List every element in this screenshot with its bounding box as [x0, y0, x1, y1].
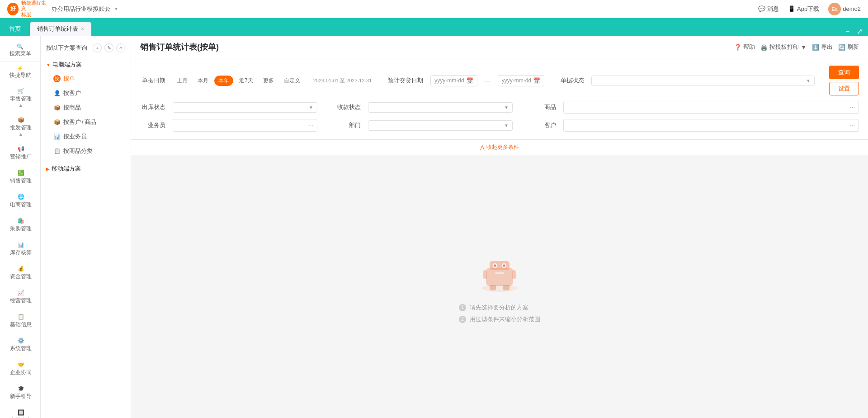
- goods-label: 商品: [531, 103, 556, 111]
- svg-rect-9: [512, 270, 516, 279]
- status-select[interactable]: ▼: [591, 76, 815, 86]
- help-button[interactable]: ❓ 帮助: [734, 43, 755, 51]
- date-btn-more[interactable]: 更多: [259, 76, 278, 86]
- scheme-item-by-customer[interactable]: 👤 按客户: [41, 86, 131, 100]
- out-status-select[interactable]: ▼: [173, 102, 317, 113]
- message-button[interactable]: 💬 消息: [758, 5, 779, 13]
- avatar: Ea: [828, 3, 841, 15]
- sidebar-item-ecommerce[interactable]: 🌐 电商管理: [0, 189, 40, 213]
- date-btn-this-month[interactable]: 本月: [193, 76, 212, 86]
- left-sidebar: 🔍 搜索菜单 ⚡ 快捷导航 🛒 零售管理 ▲ 📦 批发管理 ▲ 📢 营销推广 💹…: [0, 36, 41, 418]
- sidebar-quick-nav[interactable]: ⚡ 快捷导航: [0, 62, 40, 83]
- scheme-item-by-goods-category[interactable]: 📋 按商品分类: [41, 144, 131, 158]
- pay-status-select[interactable]: ▼: [368, 102, 513, 113]
- app-download-button[interactable]: 📱 App下载: [788, 5, 819, 13]
- svg-rect-10: [490, 285, 496, 290]
- page-header: 销售订单统计表(按单) ❓ 帮助 🖨️ 按模板打印 ▼ ⬇️ 导出: [131, 36, 868, 58]
- tab-close-icon[interactable]: ×: [81, 26, 84, 32]
- scheme-item-by-goods[interactable]: 📦 按商品: [41, 100, 131, 115]
- refresh-button[interactable]: 🔄 刷新: [838, 43, 859, 51]
- ecommerce-icon: 🌐: [18, 194, 24, 200]
- sidebar-item-basic-info[interactable]: 📋 基础信息: [0, 309, 40, 333]
- date-btn-custom[interactable]: 自定义: [280, 76, 304, 86]
- edit-scheme-button[interactable]: ✎: [104, 43, 113, 52]
- sidebar-item-purchase[interactable]: 🛍️ 采购管理: [0, 213, 40, 237]
- date-btn-7days[interactable]: 近7天: [235, 76, 257, 86]
- sidebar-item-inventory[interactable]: 📊 库存核算: [0, 237, 40, 261]
- scheme-item-by-order[interactable]: 按 按单: [41, 71, 131, 86]
- app-title-dropdown-icon[interactable]: ▼: [114, 6, 118, 11]
- sidebar-item-app-center[interactable]: 🔲 应用中心: [0, 405, 40, 418]
- tab-home[interactable]: 首页: [2, 22, 28, 36]
- empty-tip-1: 1 请先选择要分析的方案: [459, 304, 540, 312]
- print-dropdown-icon: ▼: [801, 44, 807, 51]
- logo-area: 好 畅捷通好生意 标版: [7, 0, 48, 18]
- app-title[interactable]: 办公用品行业模拟账套: [52, 5, 110, 13]
- svg-point-5: [494, 264, 496, 266]
- retail-icon: 🛒: [18, 88, 24, 94]
- scheme-section-mobile-triangle: ▶: [46, 166, 50, 171]
- sidebar-item-system[interactable]: ⚙️ 系统管理: [0, 333, 40, 357]
- app-download-icon: 📱: [788, 5, 795, 12]
- tab-sales-order-statistics[interactable]: 销售订单统计表 ×: [30, 22, 91, 36]
- window-controls: － ⤢: [844, 27, 868, 36]
- collapse-scheme-button[interactable]: «: [116, 43, 125, 52]
- content-area: 按以下方案查询 + ✎ « ▼ 电脑端方案 按 按单 👤: [41, 36, 868, 418]
- collapse-more-conditions-button[interactable]: ⋀ 收起更多条件: [131, 139, 868, 155]
- minimize-icon[interactable]: －: [844, 27, 851, 36]
- query-button[interactable]: 查询: [829, 66, 859, 79]
- calendar-to-icon: 📅: [533, 77, 540, 84]
- calendar-from-icon: 📅: [466, 77, 473, 84]
- maximize-icon[interactable]: ⤢: [857, 27, 863, 36]
- svg-rect-8: [483, 270, 487, 279]
- tip-num-1: 1: [459, 304, 466, 311]
- system-icon: ⚙️: [18, 337, 24, 344]
- out-status-label: 出库状态: [140, 103, 165, 111]
- date-quick-btns: 上月 本月 本年 近7天 更多 自定义: [173, 76, 304, 86]
- main-content: 销售订单统计表(按单) ❓ 帮助 🖨️ 按模板打印 ▼ ⬇️ 导出: [131, 36, 868, 418]
- retail-expand-arrow: ▲: [19, 103, 23, 108]
- scheme-item-by-salesperson[interactable]: 📊 按业务员: [41, 129, 131, 144]
- scheme-section-mobile-title[interactable]: ▶ 移动端方案: [41, 162, 131, 176]
- export-button[interactable]: ⬇️ 导出: [812, 43, 833, 51]
- sidebar-item-marketing[interactable]: 📢 营销推广: [0, 141, 40, 165]
- scheme-item-by-customer-goods[interactable]: 📦 按客户+商品: [41, 115, 131, 129]
- date-btn-this-year[interactable]: 本年: [214, 76, 233, 86]
- sidebar-item-newbie[interactable]: 🎓 新手引导: [0, 381, 40, 405]
- date-btn-last-month[interactable]: 上月: [173, 76, 192, 86]
- goods-dots-icon[interactable]: ···: [849, 104, 855, 111]
- sidebar-item-sales[interactable]: 💹 销售管理: [0, 165, 40, 189]
- scheme-panel-title: 按以下方案查询: [46, 44, 87, 52]
- user-profile-button[interactable]: Ea demo2: [828, 3, 861, 15]
- sales-icon: 💹: [18, 170, 24, 176]
- customer-dots-icon[interactable]: ···: [849, 122, 855, 129]
- out-status-arrow: ▼: [309, 105, 313, 110]
- add-scheme-button[interactable]: +: [93, 43, 102, 52]
- scheme-panel-header-icons: + ✎ «: [93, 43, 125, 52]
- salesperson-dots-icon[interactable]: ···: [308, 122, 313, 129]
- salesperson-input[interactable]: ···: [173, 119, 317, 132]
- sidebar-item-retail[interactable]: 🛒 零售管理 ▲: [0, 83, 40, 112]
- sidebar-item-wholesale[interactable]: 📦 批发管理 ▲: [0, 112, 40, 141]
- print-button[interactable]: 🖨️ 按模板打印 ▼: [760, 43, 807, 51]
- salesperson-label: 业务员: [140, 121, 165, 129]
- quick-nav-icon: ⚡: [17, 65, 24, 71]
- svg-point-6: [503, 264, 505, 266]
- operations-icon: 📈: [18, 290, 24, 296]
- purchase-icon: 🛍️: [18, 218, 24, 224]
- scheme-item-dot: 按: [53, 75, 61, 82]
- dept-select[interactable]: ▼: [368, 120, 513, 131]
- goods-input[interactable]: ···: [563, 101, 859, 114]
- scheme-icon-goods: 📦: [53, 104, 61, 111]
- expected-date-to[interactable]: yyyy-mm-dd 📅: [498, 75, 544, 86]
- sidebar-search[interactable]: 🔍 搜索菜单: [0, 40, 40, 62]
- empty-svg: [472, 250, 527, 295]
- sidebar-item-operations[interactable]: 📈 经营管理: [0, 285, 40, 309]
- sidebar-item-enterprise-collab[interactable]: 🤝 企业协同: [0, 357, 40, 381]
- tab-bar: 首页 销售订单统计表 × － ⤢: [0, 18, 868, 36]
- customer-input[interactable]: ···: [563, 119, 859, 132]
- scheme-section-pc-title[interactable]: ▼ 电脑端方案: [41, 58, 131, 71]
- settings-button[interactable]: 设置: [829, 82, 859, 95]
- sidebar-item-finance[interactable]: 💰 资金管理: [0, 261, 40, 285]
- expected-date-from[interactable]: yyyy-mm-dd 📅: [430, 75, 477, 86]
